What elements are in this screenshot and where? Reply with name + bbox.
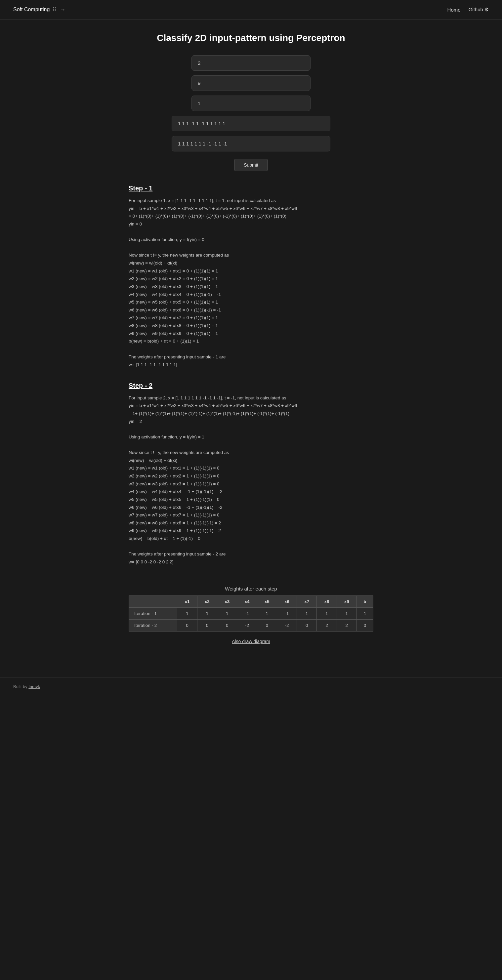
- cell-r1-c3: 1: [217, 608, 237, 619]
- table-row: Iteration - 2000-20-20220: [129, 619, 373, 631]
- row-label-1: Iteration - 1: [129, 608, 177, 619]
- cell-r1-c6: -1: [277, 608, 296, 619]
- brand-name: Soft Computing: [13, 6, 49, 13]
- cell-r2-c2: 0: [197, 619, 217, 631]
- weights-table-section: Weights after each step x1 x2 x3 x4 x5 x…: [129, 586, 373, 644]
- github-icon: ⚙: [484, 6, 489, 12]
- cell-r1-c9: 1: [337, 608, 357, 619]
- input-field-3[interactable]: [191, 95, 311, 111]
- cell-r1-c2: 1: [197, 608, 217, 619]
- nav-links: Home Github ⚙: [448, 6, 489, 13]
- main-content: Classify 2D input-pattern using Perceptr…: [122, 19, 380, 664]
- cell-r2-c7: 0: [297, 619, 317, 631]
- input-field-1[interactable]: [191, 55, 311, 71]
- col-header-x9: x9: [337, 595, 357, 608]
- input-field-2[interactable]: [191, 75, 311, 91]
- col-header-x3: x3: [217, 595, 237, 608]
- cell-r2-c10: 0: [357, 619, 373, 631]
- cell-r2-c1: 0: [177, 619, 197, 631]
- cell-r2-c8: 2: [317, 619, 337, 631]
- table-title: Weights after each step: [129, 586, 373, 592]
- col-header-b: b: [357, 595, 373, 608]
- table-row: Iteration - 1111-11-11111: [129, 608, 373, 619]
- footer-author-link[interactable]: tnmyk: [29, 684, 40, 689]
- col-header-x6: x6: [277, 595, 296, 608]
- cell-r1-c8: 1: [317, 608, 337, 619]
- input-form: Submit: [129, 55, 373, 171]
- page-title: Classify 2D input-pattern using Perceptr…: [129, 33, 373, 43]
- cell-r1-c5: 1: [257, 608, 277, 619]
- step1-content: For input sample 1, x = [1 1 1 -1 1 -1 1…: [129, 197, 373, 369]
- cell-r1-c4: -1: [237, 608, 257, 619]
- github-label: Github: [469, 6, 483, 12]
- cell-r2-c9: 2: [337, 619, 357, 631]
- diagram-link-section: Also draw diagram: [129, 639, 373, 644]
- step1-title: Step - 1: [129, 185, 373, 192]
- nav-dots-icon: ⠿ →: [52, 6, 66, 13]
- col-header-x8: x8: [317, 595, 337, 608]
- cell-r1-c1: 1: [177, 608, 197, 619]
- input-field-5[interactable]: [172, 136, 330, 151]
- step2-content: For input sample 2, x = [1 1 1 1 1 1 1 -…: [129, 394, 373, 566]
- col-header-x4: x4: [237, 595, 257, 608]
- submit-button[interactable]: Submit: [234, 159, 268, 171]
- github-link[interactable]: Github ⚙: [469, 6, 489, 13]
- table-header-row: x1 x2 x3 x4 x5 x6 x7 x8 x9 b: [129, 595, 373, 608]
- input-field-4[interactable]: [172, 116, 330, 131]
- cell-r2-c4: -2: [237, 619, 257, 631]
- cell-r1-c7: 1: [297, 608, 317, 619]
- col-header-x5: x5: [257, 595, 277, 608]
- step2-title: Step - 2: [129, 382, 373, 390]
- cell-r1-c10: 1: [357, 608, 373, 619]
- diagram-link[interactable]: Also draw diagram: [232, 639, 270, 644]
- home-link[interactable]: Home: [448, 7, 461, 13]
- cell-r2-c5: 0: [257, 619, 277, 631]
- col-header-x7: x7: [297, 595, 317, 608]
- col-header-x2: x2: [197, 595, 217, 608]
- row-label-2: Iteration - 2: [129, 619, 177, 631]
- footer: Built by tnmyk: [0, 677, 502, 696]
- col-header-x1: x1: [177, 595, 197, 608]
- col-header-empty: [129, 595, 177, 608]
- weights-table: x1 x2 x3 x4 x5 x6 x7 x8 x9 b Iteration -…: [129, 595, 373, 632]
- navbar: Soft Computing ⠿ → Home Github ⚙: [0, 0, 502, 19]
- brand: Soft Computing ⠿ →: [13, 6, 66, 13]
- cell-r2-c3: 0: [217, 619, 237, 631]
- step2-section: Step - 2 For input sample 2, x = [1 1 1 …: [129, 382, 373, 566]
- step1-section: Step - 1 For input sample 1, x = [1 1 1 …: [129, 185, 373, 369]
- cell-r2-c6: -2: [277, 619, 296, 631]
- footer-text: Built by: [13, 684, 29, 689]
